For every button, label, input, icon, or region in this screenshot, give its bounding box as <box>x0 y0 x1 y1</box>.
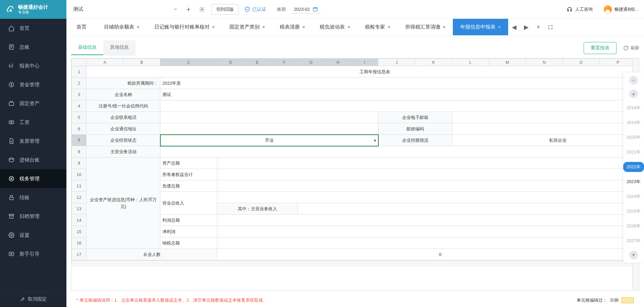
value-cell[interactable] <box>160 146 633 158</box>
col-header[interactable]: L <box>452 59 489 66</box>
year-item[interactable]: 2018年 <box>623 103 644 113</box>
col-header[interactable]: J <box>378 59 415 66</box>
col-header[interactable]: I <box>352 59 378 66</box>
row-header[interactable]: 1 <box>72 66 87 78</box>
row-header[interactable]: 7 <box>72 135 87 146</box>
value-cell[interactable]: 私营企业 <box>452 135 633 146</box>
tab-close[interactable]: × <box>443 25 446 30</box>
value-cell[interactable] <box>160 123 378 135</box>
certified-badge[interactable]: 已认证 <box>244 6 266 12</box>
row-header[interactable]: 14 <box>72 215 87 226</box>
value-cell[interactable]: 测试 <box>160 89 633 100</box>
row-header[interactable]: 15 <box>72 226 87 237</box>
tab-item[interactable]: 税表清册× <box>272 19 313 35</box>
value-cell[interactable] <box>217 180 633 192</box>
row-header[interactable]: 2 <box>72 78 87 89</box>
col-header[interactable]: B <box>123 59 160 66</box>
tab-home[interactable]: 首页 <box>66 19 97 35</box>
row-header[interactable]: 16 <box>72 237 87 249</box>
year-item[interactable]: 2020年 <box>623 132 644 142</box>
row-header[interactable]: 11 <box>72 180 87 192</box>
add-button[interactable] <box>184 5 193 13</box>
value-cell[interactable] <box>217 237 633 249</box>
col-header[interactable]: H <box>325 59 352 66</box>
col-header[interactable]: F <box>271 59 298 66</box>
col-header[interactable]: O <box>563 59 600 66</box>
value-cell[interactable] <box>217 226 633 237</box>
reset-button[interactable]: 重置报表 <box>584 42 616 54</box>
nav-invoice[interactable]: 发票管理 <box>0 132 66 150</box>
value-cell[interactable] <box>452 112 633 123</box>
row-header[interactable]: 10 <box>72 169 87 180</box>
period-picker[interactable]: 2023-02 <box>291 5 321 13</box>
col-header[interactable]: G <box>298 59 325 66</box>
value-cell[interactable] <box>160 112 378 123</box>
tab-close[interactable]: × <box>498 25 501 30</box>
col-header[interactable]: M <box>489 59 526 66</box>
tab-close[interactable]: × <box>137 25 140 30</box>
tab-item[interactable]: 所得税汇算清缴× <box>398 19 453 35</box>
nav-report[interactable]: 报表中心 <box>0 56 66 75</box>
switch-old-button[interactable]: 切到旧版 <box>211 4 239 15</box>
col-header[interactable]: C <box>160 59 217 66</box>
subtab-basic[interactable]: 基础信息 <box>71 40 103 55</box>
value-cell[interactable] <box>298 203 633 215</box>
row-header[interactable]: 17 <box>72 249 87 260</box>
value-cell[interactable] <box>217 192 633 203</box>
tab-item[interactable]: 税检专家× <box>358 19 398 35</box>
consult-button[interactable]: 人工咨询 <box>567 6 593 12</box>
tenant-select[interactable]: 测试 <box>72 3 179 15</box>
tab-close[interactable]: × <box>388 25 390 30</box>
horizontal-scrollbar[interactable] <box>71 260 632 267</box>
year-item-active[interactable]: 2022年 <box>623 162 644 172</box>
tab-item[interactable]: 固定资产类别× <box>222 19 272 35</box>
nav-ledger[interactable]: 总账 <box>0 38 66 56</box>
tab-item[interactable]: 税负波动表× <box>312 19 358 35</box>
select-all-cell[interactable] <box>72 59 87 66</box>
row-header[interactable]: 13 <box>72 203 87 215</box>
selected-cell-dropdown[interactable]: 开业▼ <box>160 135 378 146</box>
row-header[interactable]: 4 <box>72 100 87 112</box>
unpin-button[interactable]: 取消固定 <box>0 291 66 307</box>
year-item[interactable]: 2024年 <box>623 191 644 202</box>
tab-item-active[interactable]: 年报信息申报表× <box>453 19 508 35</box>
nav-closing[interactable]: 结账 <box>0 188 66 207</box>
col-header[interactable]: D <box>217 59 244 66</box>
year-collapse[interactable]: « <box>629 76 638 85</box>
col-header[interactable]: K <box>415 59 452 66</box>
tab-close[interactable]: × <box>347 25 350 30</box>
value-cell[interactable]: 0 <box>217 249 633 260</box>
col-header[interactable]: N <box>526 59 563 66</box>
row-header[interactable]: 12 <box>72 192 87 203</box>
year-up[interactable]: ▲ <box>629 89 638 98</box>
nav-tax[interactable]: 税务管理 <box>0 169 66 188</box>
row-header[interactable]: 9 <box>72 158 87 169</box>
fullscreen-button[interactable] <box>544 19 556 36</box>
nav-salary[interactable]: 工资 <box>0 113 66 132</box>
row-header[interactable]: 8 <box>72 146 87 158</box>
tab-next[interactable]: ▶ <box>520 19 532 36</box>
year-item[interactable]: 2023年 <box>623 177 644 187</box>
user-menu[interactable]: 畅捷通B组... <box>598 5 639 13</box>
value-cell[interactable] <box>452 123 633 135</box>
col-header[interactable]: E <box>244 59 271 66</box>
value-cell[interactable] <box>217 215 633 226</box>
year-down[interactable]: ▼ <box>629 251 638 259</box>
nav-asset[interactable]: 固定资产 <box>0 94 66 113</box>
col-header[interactable]: P <box>600 59 633 66</box>
sheet-scroll[interactable]: A B C D E F G H I J K L M <box>71 58 632 291</box>
value-cell[interactable] <box>160 100 633 112</box>
tab-prev[interactable]: ◀ <box>508 19 520 36</box>
year-item[interactable]: 2027年 <box>623 236 644 246</box>
row-header[interactable]: 6 <box>72 123 87 135</box>
tab-close[interactable]: × <box>262 25 265 30</box>
nav-fund[interactable]: 资金管理 <box>0 75 66 94</box>
tab-item[interactable]: 目辅助余额表× <box>97 19 147 35</box>
year-item[interactable]: 2019年 <box>623 118 644 128</box>
tab-close[interactable]: × <box>303 25 305 30</box>
value-cell[interactable] <box>217 158 633 169</box>
year-item[interactable]: 2021年 <box>623 147 644 157</box>
settings-button[interactable] <box>198 5 206 13</box>
value-cell[interactable] <box>217 169 633 180</box>
nav-stock[interactable]: 进销台账 <box>0 150 66 169</box>
